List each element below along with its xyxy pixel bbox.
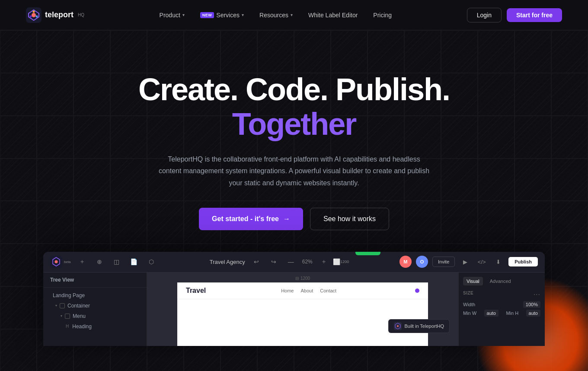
tree-item-container[interactable]: ▾ Container: [43, 301, 147, 311]
tree-item-heading[interactable]: H Heading: [43, 321, 147, 332]
min-w-value[interactable]: auto: [484, 310, 499, 317]
download-button[interactable]: ⬇: [492, 256, 504, 268]
toolbar-logo-icon: [50, 256, 62, 268]
chevron-down-icon: ▾: [182, 13, 185, 17]
oliver-tooltip: Oliver: [355, 252, 380, 255]
hero-title-line1: Create. Code. Publish.: [138, 72, 450, 107]
start-for-free-button[interactable]: Start for free: [507, 8, 562, 22]
teleport-badge-icon: [394, 322, 402, 330]
size-label: Size: [463, 291, 473, 295]
undo-button[interactable]: ↩: [250, 256, 262, 268]
cursor-tool-button[interactable]: ⊕: [93, 256, 105, 268]
selection-indicator: [415, 289, 419, 293]
canvas-frame: Travel Home About Contact: [177, 282, 428, 346]
tab-advanced[interactable]: Advanced: [486, 277, 514, 285]
nav-item-pricing[interactable]: Pricing: [367, 8, 398, 22]
canvas-area: ⊟ 1200 Travel Home About Contact: [147, 273, 458, 346]
arrow-icon: →: [283, 215, 290, 223]
logo-link[interactable]: teleportHQ: [26, 7, 84, 23]
size-section: Size ··· Width 100% Min W auto Min H aut…: [463, 291, 540, 317]
add-element-button[interactable]: ＋: [76, 256, 88, 268]
hero-title-together: Together: [138, 108, 450, 141]
nav-right: Login Start for free: [467, 8, 562, 22]
min-h-label: Min H: [506, 311, 518, 316]
width-label: Width: [463, 302, 475, 307]
min-w-row: Min W auto Min H auto: [463, 310, 540, 317]
project-name: Travel Agency: [210, 259, 245, 265]
tree-view-header: Tree View: [43, 273, 147, 288]
hero-title: Create. Code. Publish. Together: [138, 73, 450, 140]
svg-point-8: [55, 260, 58, 263]
tree-item-landing-page[interactable]: Landing Page: [43, 290, 147, 301]
nav-item-white-label[interactable]: White Label Editor: [302, 8, 364, 22]
checkbox-menu[interactable]: [65, 314, 70, 319]
redo-button[interactable]: ↪: [268, 256, 280, 268]
panel-tabs: Visual Advanced: [463, 277, 540, 285]
components-button[interactable]: ⬡: [145, 256, 157, 268]
zoom-out-button[interactable]: —: [285, 256, 297, 268]
navbar: teleportHQ Product ▾ New Services ▾ Reso…: [0, 0, 588, 30]
nav-item-product[interactable]: Product ▾: [153, 8, 191, 22]
checkbox-container[interactable]: [60, 303, 65, 308]
site-nav-about[interactable]: About: [300, 288, 313, 293]
publish-button[interactable]: Publish: [508, 257, 538, 266]
tab-visual[interactable]: Visual: [463, 277, 483, 285]
toolbar-center: Travel Agency ↩ ↪ — 62% ＋ ⬜ 1200: [210, 256, 347, 268]
zoom-display: 62%: [302, 259, 313, 265]
logo-text: teleport: [45, 10, 74, 19]
zoom-in-button[interactable]: ＋: [318, 256, 330, 268]
width-row: Width 100%: [463, 301, 540, 308]
more-options-button[interactable]: ···: [534, 291, 540, 298]
avatar-o: O: [416, 256, 428, 268]
min-h-value[interactable]: auto: [526, 310, 540, 317]
svg-point-3: [33, 10, 35, 13]
layers-button[interactable]: ◫: [111, 256, 123, 268]
svg-point-5: [30, 15, 32, 17]
site-brand: Travel: [186, 287, 206, 295]
svg-point-4: [36, 15, 38, 17]
logo-hq: HQ: [78, 13, 84, 17]
canvas-width-label: ⊟ 1200: [295, 276, 310, 281]
assets-button[interactable]: 📄: [128, 256, 140, 268]
chevron-down-icon-resources: ▾: [291, 13, 293, 17]
built-in-badge: Built in TeleportHQ: [388, 319, 450, 333]
toolbar-right: M O Invite ▶ </> ⬇ Publish: [399, 256, 538, 268]
site-nav-home[interactable]: Home: [281, 288, 294, 293]
hero-buttons: Get started - it's free → See how it wor…: [199, 208, 389, 230]
chevron-right-icon-menu: ▾: [61, 314, 62, 318]
svg-point-2: [32, 13, 36, 17]
site-nav: Travel Home About Contact: [177, 282, 428, 299]
left-panel: Tree View Landing Page ▾ Container ▾: [43, 273, 147, 346]
code-view-button[interactable]: </>: [476, 256, 488, 268]
device-preview-button[interactable]: ⬜ 1200: [335, 256, 347, 268]
preview-button[interactable]: ▶: [459, 256, 471, 268]
site-nav-contact[interactable]: Contact: [320, 288, 336, 293]
width-value[interactable]: 100%: [523, 301, 540, 308]
min-w-label: Min W: [463, 311, 476, 316]
hero-section: Create. Code. Publish. Together Teleport…: [0, 30, 588, 371]
editor-body: Tree View Landing Page ▾ Container ▾: [43, 273, 545, 346]
login-button[interactable]: Login: [467, 8, 502, 22]
avatar-m: M: [399, 256, 412, 268]
tree-item-menu[interactable]: ▾ Menu: [43, 311, 147, 321]
chevron-down-icon-services: ▾: [242, 13, 244, 17]
right-panel: Visual Advanced Size ··· Width 100% Min …: [458, 273, 545, 346]
beta-badge: beta: [64, 260, 71, 264]
nav-item-services[interactable]: New Services ▾: [194, 8, 250, 22]
see-how-it-works-button[interactable]: See how it works: [310, 208, 389, 230]
invite-button[interactable]: Invite: [432, 257, 455, 267]
chevron-right-icon: ▾: [55, 304, 57, 308]
site-links: Home About Contact: [281, 288, 336, 293]
editor-preview: beta ＋ ⊕ ◫ 📄 ⬡ Travel Agency ↩ ↪ — 62% ＋…: [43, 252, 545, 346]
svg-point-11: [397, 325, 399, 327]
nav-item-resources[interactable]: Resources ▾: [253, 8, 299, 22]
get-started-button[interactable]: Get started - it's free →: [199, 208, 303, 230]
new-badge: New: [200, 12, 214, 18]
toolbar-left: beta ＋ ⊕ ◫ 📄 ⬡: [50, 256, 157, 268]
editor-toolbar: beta ＋ ⊕ ◫ 📄 ⬡ Travel Agency ↩ ↪ — 62% ＋…: [43, 252, 545, 273]
tree-view-label: Tree View: [50, 277, 74, 283]
nav-center: Product ▾ New Services ▾ Resources ▾ Whi…: [153, 8, 398, 22]
logo-icon: [26, 7, 42, 23]
hero-subtitle: TeleportHQ is the collaborative front-en…: [156, 153, 432, 189]
